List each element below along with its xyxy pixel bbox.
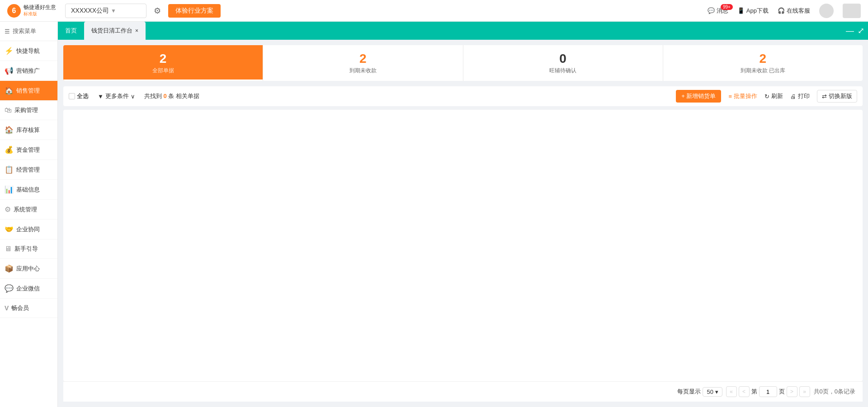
member-icon: V [5, 304, 9, 312]
stat-card-all[interactable]: 2 全部单据 [63, 45, 263, 81]
last-page-button[interactable]: » [799, 386, 810, 397]
company-name: XXXXXX公司 [71, 7, 109, 15]
content-area: 首页 钱货日清工作台 × — ⤢ 2 全部单据 2 [58, 22, 868, 407]
found-count: 0 [164, 93, 167, 99]
sales-icon: 🏠 [5, 86, 14, 95]
checkbox-box[interactable] [69, 93, 75, 99]
page-size-arrow: ▾ [715, 388, 718, 395]
sidebar-item-enterprise[interactable]: 🤝 企业协同 [0, 220, 57, 239]
page-suffix: 页 [779, 388, 785, 396]
filter-icon: ▼ [98, 93, 104, 100]
tab-bar: 首页 钱货日清工作台 × — ⤢ [58, 22, 868, 40]
company-dropdown-arrow: ▼ [111, 8, 116, 14]
purchase-icon: 🛍 [5, 106, 12, 114]
batch-action-button[interactable]: ≡ 批量操作 [728, 92, 757, 100]
company-selector[interactable]: XXXXXX公司 ▼ [65, 4, 146, 18]
sidebar-item-wechat-biz[interactable]: 💬 企业微信 [0, 279, 57, 299]
refresh-icon: ↻ [764, 93, 769, 100]
experience-button[interactable]: 体验行业方案 [168, 4, 221, 18]
sidebar-item-inventory[interactable]: 🏠 库存核算 [0, 120, 57, 140]
tab-minimize-button[interactable]: — [846, 26, 854, 36]
page-nav: « < 第 页 > » [726, 386, 810, 397]
table-empty [63, 110, 863, 381]
sidebar-item-finance[interactable]: 💰 资金管理 [0, 140, 57, 160]
sidebar-item-label: 基础信息 [16, 186, 40, 194]
prev-page-button[interactable]: < [739, 386, 750, 397]
app-download-button[interactable]: 📱 App下载 [737, 7, 769, 15]
next-page-button[interactable]: > [787, 386, 797, 397]
newbie-icon: 🖥 [5, 245, 12, 253]
toolbar-left: 全选 ▼ 更多条件 ∨ 共找到 0 条 相关单据 [69, 90, 670, 102]
stat-indicator-all [63, 80, 263, 81]
sidebar-item-label: 经营管理 [16, 166, 40, 174]
app-center-icon: 📦 [5, 264, 14, 273]
sidebar-item-basic-info[interactable]: 📊 基础信息 [0, 180, 57, 200]
message-badge: 99+ [721, 4, 733, 10]
filter-button[interactable]: ▼ 更多条件 ∨ [94, 90, 139, 102]
sidebar-item-member[interactable]: V 畅会员 [0, 299, 57, 318]
sidebar: ☰ 搜索菜单 ⚡ 快捷导航 📢 营销推广 🏠 销售管理 🛍 采购管理 🏠 库存核… [0, 22, 58, 407]
switch-label: 切换新版 [829, 92, 852, 100]
page-label: 第 [751, 388, 757, 396]
tab-workbench[interactable]: 钱货日清工作台 × [84, 22, 146, 40]
switch-version-button[interactable]: ⇄ 切换新版 [817, 90, 857, 103]
page-size-dropdown[interactable]: 50 ▾ [703, 387, 722, 397]
stat-card-wangdian[interactable]: 0 旺辅待确认 [463, 45, 663, 81]
sidebar-item-marketing[interactable]: 📢 营销推广 [0, 61, 57, 81]
main-layout: ☰ 搜索菜单 ⚡ 快捷导航 📢 营销推广 🏠 销售管理 🛍 采购管理 🏠 库存核… [0, 22, 868, 407]
stat-card-overdue-unshipped[interactable]: 2 到期未收款 已出库 [663, 45, 863, 81]
sidebar-item-label: 库存核算 [16, 126, 40, 134]
user-menu[interactable] [843, 4, 861, 18]
found-prefix: 共找到 [144, 93, 162, 99]
switch-icon: ⇄ [822, 93, 827, 100]
sidebar-item-label: 快捷导航 [16, 47, 40, 55]
logo-area: 6 畅捷通好生意 标准版 [7, 4, 65, 18]
page-size-label: 每页显示 [677, 388, 701, 396]
sidebar-item-app-center[interactable]: 📦 应用中心 [0, 259, 57, 279]
search-icon: ☰ [5, 28, 10, 35]
online-service-label: 在线客服 [787, 7, 810, 15]
online-service-button[interactable]: 🎧 在线客服 [778, 7, 810, 15]
sidebar-item-sales[interactable]: 🏠 销售管理 [0, 81, 57, 101]
settings-button[interactable]: ⚙ [150, 4, 165, 18]
select-all-checkbox[interactable]: 全选 [69, 92, 89, 100]
message-button[interactable]: 💬 消息 99+ [708, 7, 728, 15]
tab-home-label: 首页 [65, 27, 77, 35]
total-text: 共0页，0条记录 [814, 388, 855, 396]
marketing-icon: 📢 [5, 66, 14, 75]
toolbar: 全选 ▼ 更多条件 ∨ 共找到 0 条 相关单据 + 新增销货单 [63, 86, 863, 106]
stat-card-overdue-unpaid[interactable]: 2 到期未收款 [263, 45, 463, 81]
operations-icon: 📋 [5, 165, 14, 174]
stat-number-all: 2 [160, 51, 167, 66]
sidebar-item-label: 新手引导 [14, 245, 38, 253]
basic-info-icon: 📊 [5, 185, 14, 194]
app-download-icon: 📱 [737, 7, 745, 14]
system-icon: ⚙ [5, 205, 11, 214]
found-text: 共找到 0 条 相关单据 [144, 92, 199, 100]
tab-maximize-button[interactable]: ⤢ [858, 26, 864, 36]
message-icon: 💬 [708, 7, 715, 14]
sidebar-item-purchase[interactable]: 🛍 采购管理 [0, 101, 57, 120]
refresh-button[interactable]: ↻ 刷新 [764, 92, 783, 100]
tab-close-button[interactable]: × [135, 28, 138, 34]
inventory-icon: 🏠 [5, 126, 14, 134]
sidebar-item-label: 系统管理 [14, 206, 37, 214]
batch-label: 批量操作 [734, 92, 757, 100]
sidebar-item-operations[interactable]: 📋 经营管理 [0, 160, 57, 180]
stat-number-overdue-unpaid: 2 [359, 51, 367, 66]
new-sale-button[interactable]: + 新增销货单 [676, 90, 721, 103]
refresh-label: 刷新 [771, 92, 783, 100]
sidebar-item-system[interactable]: ⚙ 系统管理 [0, 200, 57, 220]
print-button[interactable]: 🖨 打印 [790, 92, 810, 100]
sidebar-item-quick-nav[interactable]: ⚡ 快捷导航 [0, 41, 57, 61]
first-page-button[interactable]: « [726, 386, 737, 397]
tab-home[interactable]: 首页 [58, 22, 84, 40]
user-avatar[interactable] [819, 4, 834, 18]
sidebar-item-label: 企业微信 [16, 285, 40, 293]
page-input[interactable] [759, 386, 777, 397]
header-right: 💬 消息 99+ 📱 App下载 🎧 在线客服 [708, 4, 861, 18]
sidebar-item-newbie[interactable]: 🖥 新手引导 [0, 239, 57, 259]
select-all-label: 全选 [77, 92, 89, 100]
pagination-bar: 每页显示 50 ▾ « < 第 页 > » 共0页，0条记录 [63, 381, 863, 402]
sidebar-search[interactable]: ☰ 搜索菜单 [0, 22, 57, 41]
